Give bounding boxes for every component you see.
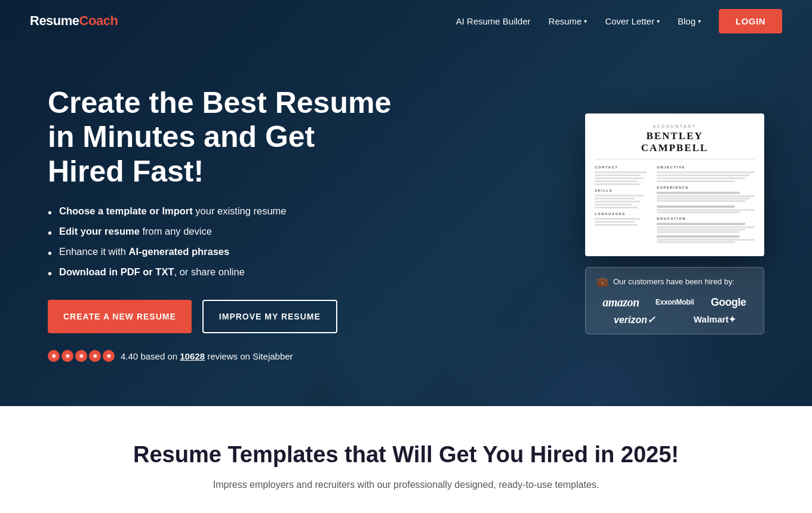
hero-section: ResumeCoach AI Resume Builder Resume ▾ C…: [0, 0, 812, 406]
improve-resume-button[interactable]: IMPROVE MY RESUME: [202, 300, 337, 333]
resume-preview-card: ACCOUNTANT BENTLEY CAMPBELL CONTACT S: [585, 113, 764, 256]
resume-header: ACCOUNTANT BENTLEY CAMPBELL: [595, 124, 755, 159]
hero-rating: ★ ★ ★ ★ ★ 4.40 based on 10628 reviews on…: [48, 350, 394, 362]
bottom-title: Resume Templates that Will Get You Hired…: [24, 442, 788, 468]
nav-resume[interactable]: Resume ▾: [549, 16, 588, 26]
resume-name-2: CAMPBELL: [595, 142, 755, 154]
resume-section-objective: OBJECTIVE: [657, 165, 755, 169]
hired-by-box: 💼 Our customers have been hired by: amaz…: [585, 267, 764, 334]
hero-left: Create the Best Resume in Minutes and Ge…: [48, 86, 394, 363]
bottom-section: Resume Templates that Will Get You Hired…: [0, 406, 812, 513]
rating-link[interactable]: 10628: [180, 351, 205, 361]
star-5-half: ★: [103, 350, 115, 362]
google-logo: Google: [711, 296, 746, 309]
hired-by-label: 💼 Our customers have been hired by:: [596, 276, 753, 287]
bullet-dot-2: •: [48, 226, 52, 240]
resume-job-title: ACCOUNTANT: [595, 124, 755, 128]
hero-bullets-list: • Choose a template or Import your exist…: [48, 205, 394, 281]
hero-title: Create the Best Resume in Minutes and Ge…: [48, 86, 394, 189]
bullet-1: • Choose a template or Import your exist…: [48, 205, 394, 220]
resume-col-left: CONTACT SKILLS LANGU: [595, 165, 652, 245]
nav-blog[interactable]: Blog ▾: [678, 16, 701, 26]
companies-row1: amazon ExxonMobil Google: [596, 296, 753, 309]
star-3: ★: [75, 350, 87, 362]
chevron-down-icon-3: ▾: [698, 18, 701, 24]
resume-section-skills: SKILLS: [595, 189, 652, 192]
exxon-logo: ExxonMobil: [656, 298, 694, 306]
chevron-down-icon: ▾: [584, 18, 587, 24]
resume-body: CONTACT SKILLS LANGU: [595, 165, 755, 245]
walmart-logo: Walmart✦: [694, 314, 737, 325]
rating-text: 4.40 based on 10628 reviews on Sitejabbe…: [121, 351, 293, 361]
resume-section-contact: CONTACT: [595, 165, 652, 169]
companies-row2: verizon✓ Walmart✦: [596, 314, 753, 325]
nav-links: AI Resume Builder Resume ▾ Cover Letter …: [456, 9, 783, 33]
resume-section-experience: EXPERIENCE: [657, 186, 755, 189]
bullet-dot-3: •: [48, 246, 52, 260]
nav-cover-letter[interactable]: Cover Letter ▾: [605, 16, 660, 26]
resume-name: BENTLEY: [595, 130, 755, 142]
login-button[interactable]: LOGIN: [719, 9, 782, 33]
create-resume-button[interactable]: CREATE A NEW RESUME: [48, 300, 192, 333]
bullet-2: • Edit your resume from any device: [48, 226, 394, 240]
bullet-4: • Download in PDF or TXT, or share onlin…: [48, 266, 394, 281]
logo-text2: Coach: [79, 13, 118, 28]
briefcase-icon: 💼: [596, 276, 608, 287]
logo[interactable]: ResumeCoach: [30, 13, 118, 29]
bullet-dot-4: •: [48, 266, 52, 281]
amazon-logo: amazon: [602, 296, 639, 309]
chevron-down-icon-2: ▾: [657, 18, 660, 24]
star-1: ★: [48, 350, 60, 362]
hero-buttons: CREATE A NEW RESUME IMPROVE MY RESUME: [48, 300, 394, 333]
star-4: ★: [89, 350, 101, 362]
logo-text: Resume: [30, 13, 79, 28]
hero-content: Create the Best Resume in Minutes and Ge…: [0, 42, 812, 406]
resume-col-right: OBJECTIVE EXPERIENCE: [657, 165, 755, 245]
resume-section-languages: LANGUAGES: [595, 212, 652, 216]
bullet-3: • Enhance it with AI-generated phrases: [48, 246, 394, 260]
verizon-logo: verizon✓: [614, 314, 655, 325]
stars-container: ★ ★ ★ ★ ★: [48, 350, 115, 362]
star-2: ★: [61, 350, 73, 362]
navbar: ResumeCoach AI Resume Builder Resume ▾ C…: [0, 0, 812, 42]
resume-section-education: EDUCATION: [657, 217, 755, 220]
bullet-dot: •: [48, 205, 52, 220]
bottom-subtitle: Impress employers and recruiters with ou…: [197, 480, 615, 490]
hero-right: ACCOUNTANT BENTLEY CAMPBELL CONTACT S: [585, 113, 764, 334]
nav-ai-resume-builder[interactable]: AI Resume Builder: [456, 16, 531, 26]
